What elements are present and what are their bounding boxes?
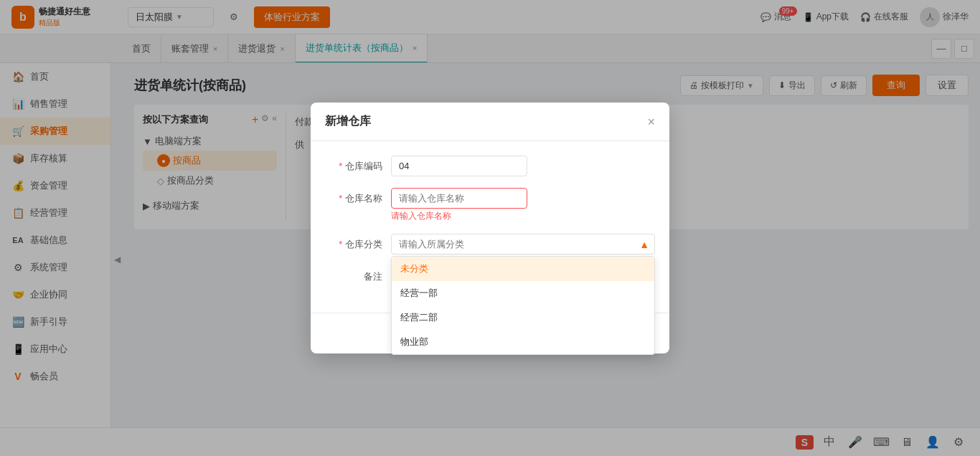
chevron-up-icon[interactable]: ▲: [639, 239, 649, 250]
modal-title: 新增仓库: [325, 114, 371, 129]
note-label: 备注: [325, 266, 382, 283]
dropdown-item-dept2[interactable]: 经营二部: [392, 305, 654, 330]
name-error-msg: 请输入仓库名称: [391, 210, 655, 222]
code-label: * 仓库编码: [325, 156, 382, 173]
warehouse-code-input[interactable]: [391, 156, 527, 176]
dropdown-item-property[interactable]: 物业部: [392, 330, 654, 354]
modal-add-warehouse: 新增仓库 × * 仓库编码 * 仓库名称: [311, 103, 669, 353]
category-dropdown-list: 未分类 经营一部 经营二部 物业部: [391, 256, 655, 355]
modal-overlay[interactable]: 新增仓库 × * 仓库编码 * 仓库名称: [0, 0, 980, 456]
modal-close-button[interactable]: ×: [647, 115, 655, 128]
form-row-category: * 仓库分类 ▲ 未分类 经营一部 经营二部 物业部: [325, 234, 655, 255]
category-input[interactable]: [391, 234, 655, 255]
form-row-name: * 仓库名称 请输入仓库名称: [325, 188, 655, 222]
modal-body: * 仓库编码 * 仓库名称 请输入仓库名称: [311, 141, 669, 313]
form-row-code: * 仓库编码: [325, 156, 655, 176]
warehouse-name-input[interactable]: [391, 188, 527, 209]
dropdown-item-dept1[interactable]: 经营一部: [392, 281, 654, 305]
category-dropdown: ▲ 未分类 经营一部 经营二部 物业部: [391, 234, 655, 255]
name-label: * 仓库名称: [325, 188, 382, 205]
category-label: * 仓库分类: [325, 234, 382, 251]
modal-header: 新增仓库 ×: [311, 103, 669, 141]
dropdown-item-unclassified[interactable]: 未分类: [392, 257, 654, 281]
